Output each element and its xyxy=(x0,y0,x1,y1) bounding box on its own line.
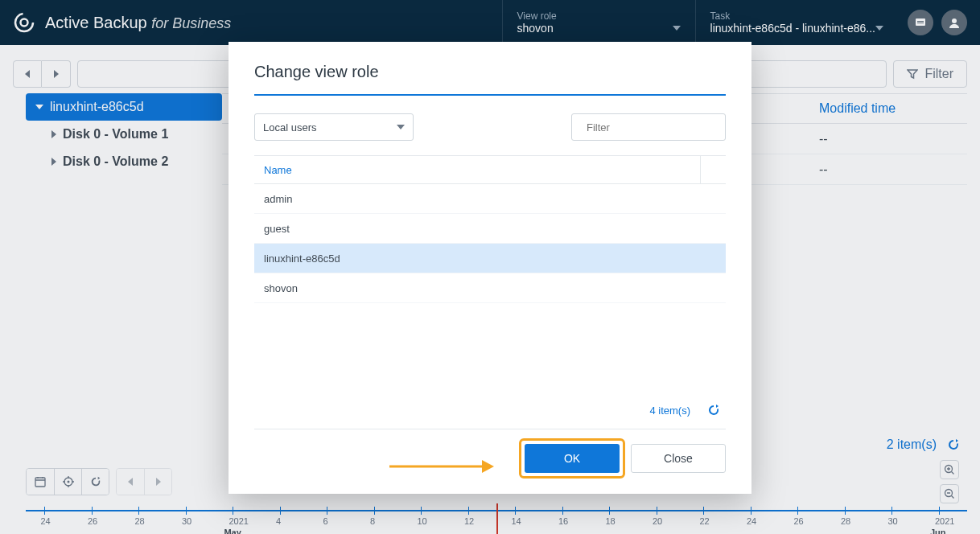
user-table: Name adminguestlinuxhint-e86c5dshovon xyxy=(254,155,726,303)
close-button[interactable]: Close xyxy=(631,444,726,473)
annotation-arrow xyxy=(389,457,494,476)
user-row[interactable]: admin xyxy=(254,184,726,214)
ok-button[interactable]: OK xyxy=(525,444,620,473)
user-table-header: Name xyxy=(254,155,726,184)
user-type-select[interactable]: Local users xyxy=(254,113,414,141)
refresh-icon[interactable] xyxy=(706,403,721,417)
user-filter-input[interactable] xyxy=(587,121,722,134)
dialog-status: 4 item(s) xyxy=(254,392,726,429)
col-name[interactable]: Name xyxy=(264,164,700,176)
dialog-title: Change view role xyxy=(254,63,726,81)
user-row[interactable]: shovon xyxy=(254,273,726,303)
user-filter-field[interactable] xyxy=(571,113,726,141)
chevron-down-icon xyxy=(397,125,405,129)
change-view-role-dialog: Change view role Local users Name adming… xyxy=(229,42,751,494)
user-count: 4 item(s) xyxy=(649,405,690,417)
dialog-actions: OK Close xyxy=(254,429,726,473)
user-row[interactable]: guest xyxy=(254,214,726,244)
divider xyxy=(254,94,726,96)
select-value: Local users xyxy=(263,121,316,134)
user-row[interactable]: linuxhint-e86c5d xyxy=(254,244,726,273)
modal-scrim: Change view role Local users Name adming… xyxy=(0,0,980,534)
svg-marker-12 xyxy=(482,460,494,473)
